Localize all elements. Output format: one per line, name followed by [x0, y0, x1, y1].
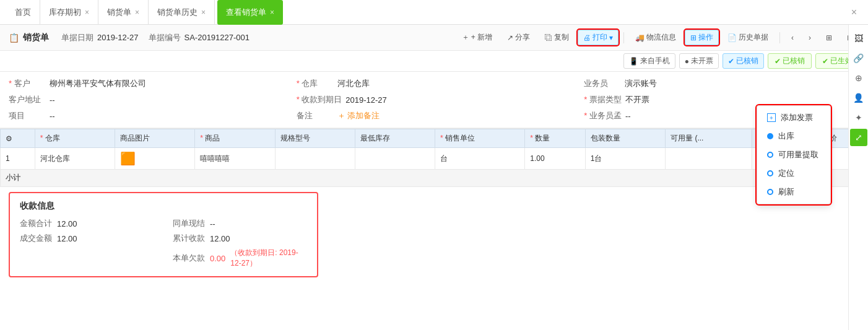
add-button[interactable]: ＋ + 新增 — [456, 30, 498, 45]
copy-button[interactable]: ⿻ 复制 — [539, 30, 575, 45]
payment-right: 同单现结 -- 累计收款 12.00 本单欠款 0.00 （收款到期日: 201… — [173, 218, 307, 269]
dropdown-locate[interactable]: 定位 — [757, 164, 830, 183]
add-note-icon: ＋ — [337, 111, 345, 120]
close-all-tabs[interactable]: × — [846, 7, 862, 18]
locate-icon — [767, 170, 773, 176]
ticket-type-label: 票据类型 — [584, 94, 622, 105]
refresh-icon — [767, 189, 773, 195]
cell-min-stock — [355, 148, 435, 170]
sidebar-image-icon[interactable]: 🖼 — [850, 30, 867, 47]
table-header-row: ⚙ 仓库 商品图片 商品 规格型号 最低库存 销售单位 数量 包装数量 可用量 … — [1, 129, 868, 148]
close-sales-order[interactable]: × — [135, 8, 139, 17]
ticket-type-value: 不开票 — [625, 94, 649, 105]
col-image: 商品图片 — [115, 129, 194, 148]
cell-spec — [275, 148, 355, 170]
cell-warehouse: 河北仓库 — [35, 148, 115, 170]
project-value: -- — [50, 111, 55, 121]
same-order-label: 同单现结 — [173, 218, 205, 229]
customer-value: 柳州粤港平安气体有限公司 — [50, 78, 146, 89]
dropdown-available-qty[interactable]: 可用量提取 — [757, 145, 830, 164]
cell-product: 嘻嘻嘻嘻 — [195, 148, 275, 170]
sidebar-user-icon[interactable]: 👤 — [850, 89, 867, 106]
sidebar-link-icon[interactable]: 🔗 — [850, 50, 867, 67]
logistics-button[interactable]: 🚚 物流信息 — [629, 30, 682, 45]
col-spec: 规格型号 — [275, 129, 355, 148]
tab-sales-history[interactable]: 销货单历史 × — [149, 0, 215, 25]
doc-date-item: 单据日期 2019-12-27 — [61, 32, 139, 43]
same-order-value: -- — [210, 219, 215, 228]
toolbar-divider — [623, 32, 624, 43]
customer-label: 客户 — [9, 78, 46, 89]
employee-row: 业务员 演示账号 — [584, 78, 859, 89]
operation-button[interactable]: ⊞ 操作 — [685, 30, 719, 45]
sidebar-at-icon[interactable]: ⊕ — [850, 69, 867, 87]
cell-image: 🟧 — [115, 148, 194, 170]
payment-info-box: 收款信息 金额合计 12.00 成交金额 12.00 同单现结 -- 累计收款 — [9, 192, 318, 277]
tab-sales-order[interactable]: 销货单 × — [98, 0, 149, 25]
close-view-sales[interactable]: × — [270, 8, 274, 17]
sidebar-star-icon[interactable]: ✦ — [850, 109, 867, 126]
payment-title: 收款信息 — [20, 201, 307, 212]
total-amount-value: 12.00 — [57, 219, 77, 228]
col-warehouse: 仓库 — [35, 129, 115, 148]
col-settings[interactable]: ⚙ — [1, 129, 35, 148]
not-open-button[interactable]: ● 未开票 — [679, 53, 719, 69]
address-value: -- — [50, 95, 55, 105]
outbound-icon — [767, 133, 773, 139]
dropdown-add-invoice[interactable]: + 添加发票 — [757, 108, 830, 127]
history-button[interactable]: 📄 历史单据 — [721, 30, 775, 45]
prev-button[interactable]: ‹ — [785, 31, 800, 45]
main-area: 📋 销货单 单据日期 2019-12-27 单据编号 SA-20191227-0… — [0, 25, 868, 330]
warehouse-row: 仓库 河北仓库 — [297, 78, 572, 89]
effective-check-icon: ✔ — [822, 57, 828, 66]
tab-home[interactable]: 首页 — [6, 0, 40, 25]
operation-dropdown: + 添加发票 出库 可用量提取 定位 刷新 — [757, 105, 831, 204]
tab-view-sales[interactable]: 查看销货单 × — [217, 0, 283, 25]
sold-button[interactable]: ✔ 已核销 — [768, 53, 812, 69]
dropdown-refresh[interactable]: 刷新 — [757, 183, 830, 201]
customer-row: 客户 柳州粤港平安气体有限公司 — [9, 78, 284, 89]
sidebar-expand-icon[interactable]: ⤢ — [850, 129, 867, 146]
grid-view-button[interactable]: ⊞ — [820, 31, 838, 45]
check-button[interactable]: ✔ 已核销 — [723, 53, 764, 69]
transaction-row: 成交金额 12.00 — [20, 233, 154, 244]
ticket-type-row: 票据类型 不开票 — [584, 94, 859, 105]
col-product: 商品 — [195, 129, 275, 148]
project-label: 项目 — [9, 110, 46, 121]
col-unit: 销售单位 — [435, 129, 525, 148]
check-icon: ✔ — [728, 57, 734, 66]
total-amount-label: 金额合计 — [20, 218, 52, 229]
table-row: 1 河北仓库 🟧 嘻嘻嘻嘻 台 1.00 1台 12.00 0. — [1, 148, 868, 170]
from-phone-button[interactable]: 📱 来自手机 — [623, 53, 675, 69]
dropdown-outbound[interactable]: 出库 — [757, 127, 830, 145]
project-row: 项目 -- — [9, 110, 284, 121]
warehouse-label: 仓库 — [297, 78, 334, 89]
total-amount-row: 金额合计 12.00 — [20, 218, 154, 229]
right-sidebar: 🖼 🔗 ⊕ 👤 ✦ ⤢ — [848, 25, 868, 330]
sub-toolbar: 📱 来自手机 ● 未开票 ✔ 已核销 ✔ 已核销 ✔ 已生效 — [0, 51, 868, 72]
payment-grid: 金额合计 12.00 成交金额 12.00 同单现结 -- 累计收款 12.00 — [20, 218, 307, 269]
tab-inventory-init[interactable]: 库存期初 × — [40, 0, 98, 25]
tab-bar: 首页 库存期初 × 销货单 × 销货单历史 × 查看销货单 × × — [0, 0, 868, 25]
payment-left: 金额合计 12.00 成交金额 12.00 — [20, 218, 154, 269]
cumulative-row: 累计收款 12.00 — [173, 233, 307, 244]
print-button[interactable]: 🖨 打印 ▾ — [578, 30, 618, 45]
doc-title: 销货单 — [23, 32, 49, 43]
doc-header: 📋 销货单 单据日期 2019-12-27 单据编号 SA-20191227-0… — [0, 25, 868, 51]
balance-row: 本单欠款 0.00 （收款到期日: 2019-12-27） — [173, 248, 307, 269]
cell-no: 1 — [1, 148, 35, 170]
product-table: ⚙ 仓库 商品图片 商品 规格型号 最低库存 销售单位 数量 包装数量 可用量 … — [0, 129, 868, 187]
transaction-value: 12.00 — [57, 234, 77, 243]
note-add[interactable]: ＋ 添加备注 — [337, 110, 380, 121]
payment-date-value: 2019-12-27 — [345, 95, 387, 105]
cumulative-label: 累计收款 — [173, 233, 205, 244]
employee-value: 演示账号 — [625, 78, 657, 89]
cell-package: 1台 — [585, 148, 665, 170]
close-inventory-init[interactable]: × — [85, 8, 89, 17]
add-invoice-icon: + — [767, 113, 776, 122]
next-button[interactable]: › — [802, 31, 817, 45]
note-label: 备注 — [297, 110, 334, 121]
close-sales-history[interactable]: × — [201, 8, 206, 17]
doc-meta: 单据日期 2019-12-27 单据编号 SA-20191227-001 — [61, 32, 456, 43]
share-button[interactable]: ↗ 分享 — [501, 30, 536, 45]
